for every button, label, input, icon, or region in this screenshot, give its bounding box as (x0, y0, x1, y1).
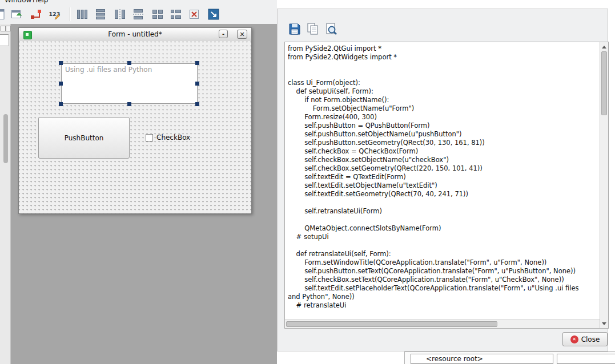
open-form-button[interactable] (9, 7, 24, 22)
find-button[interactable] (323, 21, 339, 37)
horizontal-scrollbar-thumb[interactable] (286, 321, 497, 327)
toolbar-separator (70, 7, 71, 21)
code-text: from PySide2.QtGui import *from PySide2.… (288, 45, 597, 318)
code-line: self.checkBox.setGeometry(QRect(220, 150… (288, 164, 597, 173)
scroll-up-button[interactable] (600, 43, 608, 51)
code-view[interactable]: from PySide2.QtGui import *from PySide2.… (284, 42, 609, 329)
break-layout-icon (188, 8, 200, 21)
close-icon: ✕ (570, 335, 578, 343)
menu-item-help[interactable]: Help (33, 0, 48, 4)
resource-secondary-box[interactable] (557, 354, 615, 364)
break-layout-button[interactable] (187, 7, 202, 22)
new-form-button[interactable] (0, 7, 7, 22)
code-line (288, 199, 597, 207)
scroll-down-button[interactable] (600, 319, 608, 327)
resource-root-item[interactable]: <resource root> (411, 354, 553, 364)
selection-handle-top-left[interactable] (59, 61, 63, 65)
copy-button[interactable] (305, 21, 320, 37)
form-window-titlebar[interactable]: Form - untitled* - ✕ (19, 28, 251, 42)
code-line: def setupUi(self, Form): (288, 87, 597, 96)
pushbutton-widget[interactable]: PushButton (38, 117, 130, 159)
code-line: Form.resize(400, 300) (288, 113, 597, 122)
edit-signals-icon (30, 8, 42, 21)
minimize-button[interactable]: - (219, 30, 228, 38)
menu-item-window[interactable]: Window (5, 0, 31, 4)
code-line: from PySide2.QtGui import * (288, 45, 597, 53)
edit-tab-order-button[interactable]: 123 (47, 7, 62, 22)
scroll-up-icon (602, 46, 606, 48)
save-button[interactable] (287, 21, 302, 37)
layout-vertical-splitter-button[interactable] (131, 7, 146, 22)
code-line: self.checkBox.setText(QCoreApplication.t… (288, 276, 597, 284)
layout-vertical-button[interactable] (93, 7, 108, 22)
layout-form-icon (170, 8, 182, 21)
code-line: self.textEdit.setGeometry(QRect(70, 40, … (288, 190, 597, 199)
code-line: # retranslateUi (288, 301, 597, 310)
layout-horizontal-splitter-button[interactable] (112, 7, 127, 22)
code-line: # setupUi (288, 233, 597, 241)
adjust-size-icon (207, 8, 220, 21)
selection-handle-bottom-center[interactable] (127, 102, 131, 106)
checkbox-box-icon (146, 134, 153, 141)
code-line: if not Form.objectName(): (288, 96, 597, 104)
edit-tab-order-icon: 123 (48, 8, 61, 21)
dock-scrollbar-thumb[interactable] (3, 114, 8, 163)
selection-handle-bottom-right[interactable] (195, 102, 199, 106)
form-window-title: Form - untitled* (19, 30, 251, 38)
code-line: self.pushButton.setGeometry(QRect(30, 13… (288, 139, 597, 147)
form-window: Form - untitled* - ✕ Using .ui files and… (18, 27, 252, 214)
dock-float-button[interactable] (1, 26, 6, 31)
layout-horizontal-button[interactable] (75, 7, 90, 22)
code-line: class Ui_Form(object): (288, 79, 597, 87)
vertical-scrollbar[interactable] (600, 42, 608, 328)
save-icon (288, 22, 302, 36)
close-button[interactable]: ✕ Close (562, 332, 608, 346)
code-line: from PySide2.QtWidgets import * (288, 53, 597, 62)
layout-grid-icon (151, 8, 164, 21)
code-line: self.retranslateUi(Form) (288, 207, 597, 216)
adjust-size-button[interactable] (206, 7, 221, 22)
pushbutton-label: PushButton (65, 134, 104, 142)
textedit-widget[interactable]: Using .ui files and Python (61, 63, 198, 104)
code-preview-dialog: from PySide2.QtGui import *from PySide2.… (277, 9, 608, 351)
textedit-placeholder: Using .ui files and Python (65, 66, 152, 74)
code-line: self.checkBox.setObjectName(u"checkBox") (288, 156, 597, 164)
scroll-down-icon (602, 322, 606, 325)
selection-handle-middle-right[interactable] (195, 82, 199, 86)
close-button-label: Close (581, 335, 600, 343)
layout-vertical-splitter-icon (132, 8, 144, 21)
edit-signals-button[interactable] (29, 7, 43, 22)
main-toolbar: 123 (0, 5, 277, 24)
selection-handle-bottom-left[interactable] (59, 102, 63, 106)
code-line: Form.setWindowTitle(QCoreApplication.tra… (288, 258, 597, 267)
menubar: Window Help (0, 0, 277, 5)
close-window-button[interactable]: ✕ (237, 30, 247, 39)
copy-icon (306, 22, 320, 36)
new-form-icon (0, 8, 6, 21)
code-line: QMetaObject.connectSlotsByName(Form) (288, 224, 597, 233)
vertical-scrollbar-thumb[interactable] (601, 51, 607, 115)
checkbox-widget[interactable]: CheckBox (146, 133, 190, 142)
widget-box-panel (0, 24, 11, 364)
code-line: self.pushButton.setText(QCoreApplication… (288, 267, 597, 276)
code-line: and Python", None)) (288, 293, 597, 301)
code-line: self.checkBox = QCheckBox(Form) (288, 147, 597, 156)
find-icon (324, 22, 338, 36)
open-form-icon (10, 8, 23, 21)
widget-filter-input[interactable] (0, 34, 9, 46)
selection-handle-top-right[interactable] (195, 61, 199, 65)
dock-close-button[interactable] (6, 26, 11, 31)
code-line: self.textEdit = QTextEdit(Form) (288, 173, 597, 181)
resource-panel: <resource root> (404, 351, 615, 364)
layout-form-button[interactable] (168, 7, 183, 22)
layout-grid-button[interactable] (150, 7, 165, 22)
code-line: self.textEdit.setPlaceholderText(QCoreAp… (288, 284, 597, 293)
code-line: self.pushButton = QPushButton(Form) (288, 122, 597, 130)
selection-handle-top-center[interactable] (127, 61, 131, 65)
code-line (288, 216, 597, 224)
code-line (288, 70, 597, 79)
selection-handle-middle-left[interactable] (59, 82, 63, 86)
form-canvas[interactable]: Using .ui files and Python PushButton Ch… (19, 41, 251, 213)
horizontal-scrollbar[interactable] (285, 319, 600, 328)
layout-horizontal-icon (76, 8, 89, 21)
